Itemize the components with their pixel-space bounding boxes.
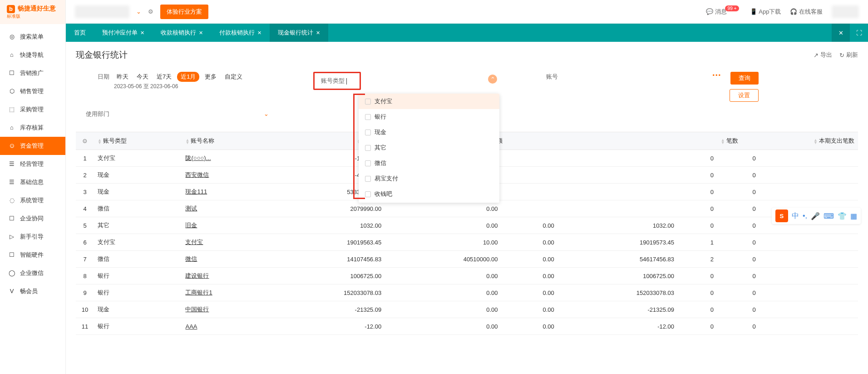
refresh-button[interactable]: ↻ 刷新: [839, 51, 858, 59]
sidebar-item[interactable]: ◌系统管理: [0, 191, 65, 209]
sidebar-item[interactable]: ⬡销售管理: [0, 82, 65, 100]
date-preset[interactable]: 昨天: [114, 72, 131, 82]
table-header[interactable]: ▲▼笔数: [682, 132, 742, 150]
account-link[interactable]: 微信: [185, 255, 197, 262]
export-button[interactable]: ↗ 导出: [814, 51, 832, 59]
close-icon[interactable]: ✕: [199, 30, 203, 36]
date-preset[interactable]: 近1月: [177, 72, 199, 82]
online-service-link[interactable]: 🎧 在线客服: [790, 8, 823, 16]
account-link[interactable]: 现金111: [185, 188, 207, 195]
sidebar-item[interactable]: ☰经营管理: [0, 155, 65, 173]
sidebar-item[interactable]: ⌂快捷导航: [0, 46, 65, 64]
dropdown-item[interactable]: 易宝支付: [359, 171, 499, 186]
sidebar-item[interactable]: ☰基础信息: [0, 173, 65, 191]
table-header[interactable]: ▲▼本期支出笔数: [742, 132, 858, 150]
tab[interactable]: 付款核销执行✕: [211, 24, 270, 42]
cell-c2: -21325.09: [562, 301, 682, 318]
chevron-down-icon[interactable]: ⌄: [136, 8, 141, 15]
date-preset[interactable]: 自定义: [222, 72, 245, 82]
query-button[interactable]: 查询: [730, 72, 759, 85]
checkbox[interactable]: [365, 191, 371, 197]
industry-plan-button[interactable]: 体验行业方案: [160, 5, 208, 19]
dropdown-item[interactable]: 其它: [359, 140, 499, 155]
date-preset[interactable]: 近7天: [154, 72, 174, 82]
account-link[interactable]: 中国银行: [185, 306, 209, 313]
tab[interactable]: 现金银行统计✕: [270, 24, 328, 42]
account-type-input[interactable]: 账号类型: [313, 72, 361, 90]
table-header[interactable]: ▲▼账号名称: [182, 132, 269, 150]
gear-icon[interactable]: ⚙: [148, 8, 153, 15]
ime-mic-icon[interactable]: 🎤: [811, 212, 820, 220]
dropdown-item[interactable]: 支付宝: [359, 94, 499, 109]
ime-skin-icon[interactable]: 👕: [838, 212, 847, 220]
checkbox[interactable]: [365, 114, 371, 120]
account-link[interactable]: AAA: [185, 323, 197, 330]
table-header[interactable]: [506, 132, 562, 150]
tab[interactable]: 首页: [66, 24, 94, 42]
sidebar-item[interactable]: ☐企业协同: [0, 209, 65, 228]
checkbox[interactable]: [365, 130, 371, 135]
checkbox[interactable]: [365, 176, 371, 182]
close-icon[interactable]: ✕: [257, 30, 261, 36]
account-link[interactable]: 旧金: [185, 222, 197, 229]
ime-keyboard-icon[interactable]: ⌨: [824, 212, 834, 220]
account-link[interactable]: 测试: [185, 205, 197, 212]
account-link[interactable]: 陇(○○○)...: [185, 155, 211, 161]
cell-income: 0.00: [390, 200, 506, 217]
org-selector[interactable]: [75, 5, 129, 18]
sidebar-item[interactable]: ⌂库存核算: [0, 119, 65, 137]
close-icon[interactable]: ✕: [140, 30, 144, 36]
settings-button[interactable]: 设置: [730, 89, 759, 102]
sidebar-item[interactable]: ◎搜索菜单: [0, 28, 65, 46]
date-preset[interactable]: 更多: [202, 72, 219, 82]
use-dept-input[interactable]: [114, 108, 259, 119]
ime-punct-icon[interactable]: •,: [803, 212, 807, 220]
message-link[interactable]: 💬 消息99 +: [706, 8, 741, 16]
sort-icon[interactable]: ▲▼: [721, 139, 725, 144]
table-header[interactable]: ▲▼账号类型: [94, 132, 182, 150]
sort-icon[interactable]: ▲▼: [814, 139, 818, 144]
cell-name: 测试: [182, 200, 269, 217]
dropdown-item[interactable]: 银行: [359, 109, 499, 125]
dropdown-item[interactable]: 长沙银行: [359, 202, 499, 203]
checkbox[interactable]: [365, 160, 371, 166]
account-link[interactable]: 支付宝: [185, 239, 203, 245]
ime-toolbox-icon[interactable]: ▦: [850, 212, 857, 220]
ime-logo-icon[interactable]: S: [775, 209, 788, 222]
account-link[interactable]: 西安微信: [185, 171, 209, 178]
dropdown-item[interactable]: 微信: [359, 155, 499, 171]
sidebar-item[interactable]: ☐智能硬件: [0, 246, 65, 264]
checkbox[interactable]: [365, 145, 371, 151]
chevron-down-icon[interactable]: ⌄: [264, 110, 269, 117]
more-filters-button[interactable]: •••: [712, 72, 721, 79]
dropdown-item[interactable]: 现金: [359, 125, 499, 140]
sort-icon[interactable]: ▲▼: [98, 139, 102, 144]
cell-c1: 0.00: [506, 284, 562, 301]
tab[interactable]: 预付冲应付单✕: [94, 24, 153, 42]
sidebar-item[interactable]: ☐营销推广: [0, 64, 65, 82]
checkbox[interactable]: [365, 99, 371, 105]
user-avatar[interactable]: [832, 5, 859, 18]
close-icon[interactable]: ✕: [316, 30, 320, 36]
nav-icon: ◎: [8, 33, 15, 40]
sidebar-item[interactable]: ⊙资金管理: [0, 137, 65, 155]
row-index: 2: [76, 167, 94, 184]
close-all-tabs-button[interactable]: ✕: [832, 24, 850, 42]
sidebar-item[interactable]: ▷新手引导: [0, 228, 65, 246]
cell-c2: -12.00: [562, 318, 682, 335]
fullscreen-button[interactable]: ⛶: [850, 24, 868, 42]
account-link[interactable]: 建设银行: [185, 272, 209, 279]
tab[interactable]: 收款核销执行✕: [153, 24, 211, 42]
dropdown-item[interactable]: 收钱吧: [359, 186, 499, 202]
sidebar-item[interactable]: V畅会员: [0, 282, 65, 300]
sidebar-item[interactable]: ◯企业微信: [0, 264, 65, 282]
sidebar-item[interactable]: ⬚采购管理: [0, 100, 65, 119]
app-download-link[interactable]: 📱 App下载: [750, 8, 781, 16]
ime-lang[interactable]: 中: [792, 211, 799, 221]
table-settings-header[interactable]: ⚙: [76, 132, 94, 150]
collapse-filter-button[interactable]: ⌃: [488, 75, 497, 84]
sort-icon[interactable]: ▲▼: [185, 139, 189, 144]
account-link[interactable]: 工商银行1: [185, 289, 212, 296]
date-preset[interactable]: 今天: [134, 72, 151, 82]
table-header[interactable]: [562, 132, 682, 150]
